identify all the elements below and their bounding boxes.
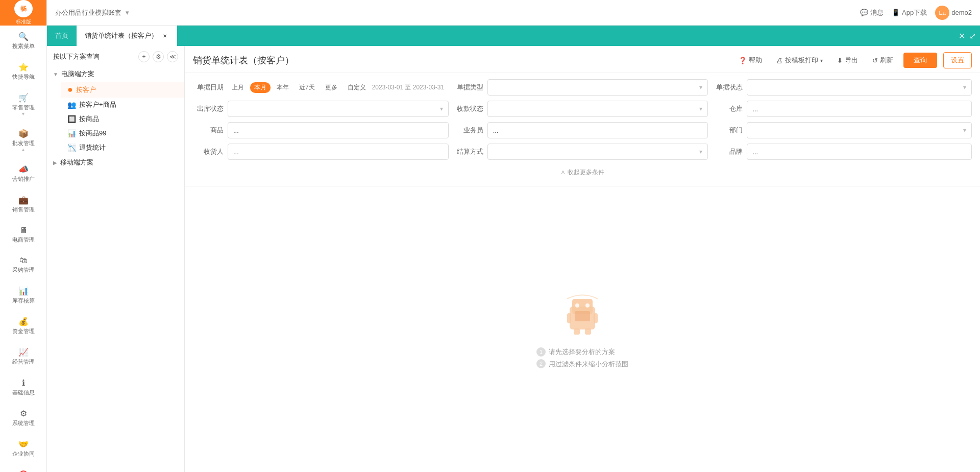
left-panel-title: 按以下方案查询 [53, 52, 100, 61]
outstatus-select[interactable]: ▾ [228, 101, 449, 117]
page-title: 销货单统计表（按客户） [193, 54, 294, 66]
sidebar-item-purchase[interactable]: 🛍 采购管理 [0, 250, 46, 280]
sidebar-item-sales[interactable]: 💼 销售管理 [0, 189, 46, 220]
goods99-icon: 📊 [67, 129, 76, 137]
paystatus-select[interactable]: ▾ [487, 101, 708, 117]
page-title-bar: 销货单统计表（按客户） ❓ 帮助 🖨 按模板打印 ▾ ⬇ 导出 [185, 46, 980, 73]
salesman-input[interactable]: ... [487, 122, 708, 138]
query-button[interactable]: 查询 [903, 53, 937, 68]
outstatus-chevron-icon: ▾ [440, 105, 443, 112]
tree-desktop-section[interactable]: ▼ 电脑端方案 [47, 66, 184, 82]
sidebar-item-system[interactable]: ⚙ 系统管理 [0, 403, 46, 433]
settings-button[interactable]: 设置 [943, 52, 972, 68]
export-btn[interactable]: ⬇ 导出 [833, 54, 862, 67]
filter-receiver-cell: 收货人 ... [193, 144, 453, 160]
right-panel: 销货单统计表（按客户） ❓ 帮助 🖨 按模板打印 ▾ ⬇ 导出 [185, 46, 980, 472]
desktop-section-label: 电脑端方案 [61, 69, 94, 79]
header-title: 办公用品行业模拟账套 [55, 8, 121, 17]
logo[interactable]: 畅 标准版 [0, 0, 46, 26]
sidebar-item-cooperation[interactable]: 🤝 企业协同 [0, 433, 46, 464]
collapse-up-icon: ∧ [560, 169, 566, 176]
brand-input[interactable]: ... [747, 144, 972, 160]
filter-outstatus-cell: 出库状态 ▾ [193, 101, 453, 117]
empty-hints: 1 请先选择要分析的方案 2 用过滤条件来缩小分析范围 [536, 346, 628, 370]
page-actions: ❓ 帮助 🖨 按模板打印 ▾ ⬇ 导出 ↺ 刷新 [734, 52, 972, 68]
sidebar-item-quick-nav[interactable]: ⭐ 快捷导航 [0, 56, 46, 87]
date-shortcut-7days[interactable]: 近7天 [295, 82, 319, 93]
svg-rect-6 [594, 313, 598, 323]
warehouse-placeholder: ... [752, 105, 758, 113]
tab-sales-stats[interactable]: 销货单统计表（按客户） ✕ [77, 26, 177, 46]
filter-row-3: 商品 ... 业务员 ... 部门 [193, 122, 972, 138]
scheme-by-goods-99[interactable]: 📊 按商品99 [61, 126, 184, 140]
department-label: 部门 [712, 126, 747, 135]
message-btn[interactable]: 💬 消息 [860, 8, 884, 17]
help-btn[interactable]: ❓ 帮助 [734, 54, 766, 67]
sidebar-item-wholesale[interactable]: 📦 批发管理 ▲ [0, 123, 46, 158]
doctype-select[interactable]: ▾ [487, 79, 708, 96]
print-icon: 🖨 [776, 57, 783, 64]
tree-desktop-children: ● 按客户 👥 按客户+商品 🔲 按商品 📊 按商品99 📉 退货统 [47, 82, 184, 155]
settings-scheme-btn[interactable]: ⚙ [153, 51, 164, 62]
tab-close-icon[interactable]: ✕ [161, 32, 169, 40]
date-shortcut-more[interactable]: 更多 [321, 82, 341, 93]
empty-state: 1 请先选择要分析的方案 2 用过滤条件来缩小分析范围 [185, 186, 980, 472]
sidebar-item-ecommerce[interactable]: 🖥 电商管理 [0, 220, 46, 250]
filter-goods-cell: 商品 ... [193, 122, 453, 138]
header-dropdown-icon[interactable]: ▾ [126, 9, 134, 17]
refresh-icon: ↺ [872, 57, 878, 64]
logo-icon: 畅 [14, 0, 33, 17]
hint-1-text: 请先选择要分析的方案 [549, 346, 615, 358]
sidebar-item-retail[interactable]: 🛒 零售管理 ▼ [0, 87, 46, 123]
date-shortcut-last-month[interactable]: 上月 [228, 82, 248, 93]
docstatus-select[interactable]: ▾ [747, 79, 972, 96]
close-window-icon[interactable]: ✕ [959, 31, 965, 41]
settlement-select[interactable]: ▾ [487, 144, 708, 160]
finance-icon: 💰 [0, 317, 46, 326]
customer-icon: ● [67, 84, 73, 95]
sidebar-item-inventory[interactable]: 📊 库存核算 [0, 280, 46, 311]
goods-input[interactable]: ... [228, 122, 449, 138]
retail-icon: 🛒 [18, 93, 29, 103]
sidebar-item-search[interactable]: 🔍 搜索菜单 [0, 26, 46, 56]
settlement-chevron-icon: ▾ [699, 148, 702, 155]
warehouse-input[interactable]: ... [747, 101, 972, 117]
customer-goods-icon: 👥 [67, 101, 76, 109]
logo-text: 标准版 [16, 18, 31, 26]
scheme-by-customer[interactable]: ● 按客户 [61, 82, 184, 98]
date-shortcut-this-year[interactable]: 本年 [273, 82, 293, 93]
docstatus-chevron-icon: ▾ [963, 84, 966, 91]
receiver-input[interactable]: ... [228, 144, 449, 160]
scheme-return-stats[interactable]: 📉 退货统计 [61, 140, 184, 155]
marketing-icon: 📣 [0, 164, 46, 174]
print-btn[interactable]: 🖨 按模板打印 ▾ [772, 54, 827, 67]
wholesale-icon: 📦 [18, 129, 29, 138]
sidebar-item-finance[interactable]: 💰 资金管理 [0, 311, 46, 341]
sidebar-item-business[interactable]: 📈 经营管理 [0, 341, 46, 372]
collapse-filter-btn[interactable]: ∧ 收起更多条件 [193, 165, 972, 180]
department-select[interactable]: ▾ [747, 122, 972, 138]
user-avatar[interactable]: Ea demo2 [935, 6, 972, 20]
collapse-panel-btn[interactable]: ≪ [167, 51, 178, 62]
tree-mobile-section[interactable]: ▶ 移动端方案 [47, 155, 184, 170]
app-download-btn[interactable]: 📱 App下载 [892, 8, 927, 17]
download-icon: 📱 [892, 9, 900, 16]
sidebar-item-marketing[interactable]: 📣 营销推广 [0, 158, 46, 189]
sidebar-item-guide[interactable]: 🎯 新手引导 [0, 464, 46, 472]
add-scheme-btn[interactable]: + [138, 51, 150, 62]
filter-row-1: 单据日期 上月 本月 本年 近7天 更多 自定义 2023-03-01 至 20… [193, 79, 972, 96]
content-area: 按以下方案查询 + ⚙ ≪ ▼ 电脑端方案 ● 按客户 👥 按客 [47, 46, 980, 472]
goods-label: 商品 [193, 126, 228, 135]
sidebar-item-basic[interactable]: ℹ 基础信息 [0, 372, 46, 403]
hint-2-text: 用过滤条件来缩小分析范围 [549, 358, 628, 370]
tab-home[interactable]: 首页 [47, 26, 77, 46]
scheme-by-goods[interactable]: 🔲 按商品 [61, 112, 184, 126]
tab-sales-stats-label: 销货单统计表（按客户） [85, 31, 158, 40]
date-shortcut-this-month[interactable]: 本月 [250, 82, 271, 93]
export-icon: ⬇ [837, 57, 843, 64]
refresh-btn[interactable]: ↺ 刷新 [868, 54, 897, 67]
maximize-icon[interactable]: ⤢ [969, 31, 976, 41]
scheme-by-customer-goods[interactable]: 👥 按客户+商品 [61, 98, 184, 112]
avatar: Ea [935, 6, 949, 20]
date-shortcut-custom[interactable]: 自定义 [344, 82, 370, 93]
